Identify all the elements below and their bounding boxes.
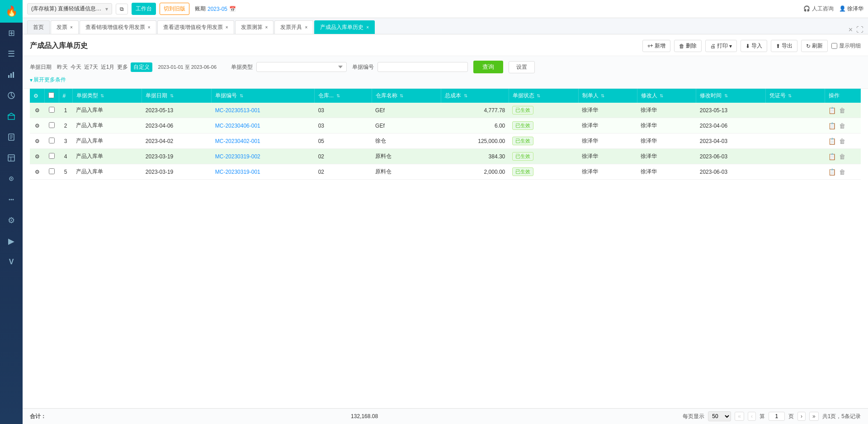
delete-row-icon[interactable]: 🗑 — [839, 122, 845, 129]
sidebar-item-plugin[interactable] — [0, 168, 23, 189]
col-modifier[interactable]: 修改人 ⇅ — [637, 89, 696, 103]
cell-settings[interactable]: ⚙ — [30, 133, 44, 149]
delete-row-icon[interactable]: 🗑 — [839, 138, 845, 145]
refresh-btn[interactable]: ↻ 刷新 — [801, 40, 828, 52]
col-total-cost[interactable]: 总成本 ⇅ — [441, 89, 509, 103]
sidebar-item-misc[interactable] — [0, 189, 23, 210]
col-checkbox[interactable] — [44, 89, 59, 103]
cell-settings[interactable]: ⚙ — [30, 118, 44, 133]
row-checkbox[interactable] — [49, 122, 55, 128]
delete-row-icon[interactable]: 🗑 — [839, 107, 845, 114]
sidebar-item-docs[interactable]: ☰ — [0, 43, 23, 64]
number-link[interactable]: MC-20230402-001 — [215, 138, 260, 144]
col-creator[interactable]: 制单人 ⇅ — [578, 89, 637, 103]
prev-page-btn[interactable]: ‹ — [748, 412, 756, 421]
sidebar-item-task[interactable] — [0, 127, 23, 148]
cell-settings[interactable]: ⚙ — [30, 164, 44, 180]
setting-btn[interactable]: 设置 — [509, 61, 535, 73]
edit-icon[interactable]: 📋 — [828, 168, 836, 176]
sidebar-item-report[interactable] — [0, 64, 23, 85]
col-settings[interactable]: ⚙ — [30, 89, 44, 103]
delete-row-icon[interactable]: 🗑 — [839, 153, 845, 160]
row-checkbox[interactable] — [49, 107, 55, 113]
next-page-btn[interactable]: › — [797, 412, 806, 421]
company-selector[interactable]: (库存核算) 直播轻绒通信息技术股份... ▾ — [27, 3, 112, 14]
custom-link[interactable]: 自定义 — [131, 62, 152, 72]
cell-number[interactable]: MC-20230513-001 — [212, 103, 315, 118]
tab-open-invoice[interactable]: 发票开具 × — [274, 20, 313, 34]
tab-product-history[interactable]: 产成品入库单历史 × — [314, 20, 375, 34]
sidebar-item-template[interactable] — [0, 148, 23, 168]
col-number[interactable]: 单据编号 ⇅ — [212, 89, 315, 103]
page-input[interactable] — [769, 412, 785, 421]
tab-calc[interactable]: 发票测算 × — [235, 20, 274, 34]
col-status[interactable]: 单据状态 ⇅ — [509, 89, 578, 103]
cell-number[interactable]: MC-20230402-001 — [212, 133, 315, 149]
row-checkbox[interactable] — [49, 138, 55, 143]
delete-row-icon[interactable]: 🗑 — [839, 168, 845, 176]
edit-icon[interactable]: 📋 — [828, 107, 836, 114]
cell-checkbox[interactable] — [44, 103, 59, 118]
number-link[interactable]: MC-20230406-001 — [215, 123, 260, 129]
import-btn[interactable]: ⬇ 导入 — [741, 40, 767, 52]
delete-btn[interactable]: 🗑 删除 — [674, 40, 702, 52]
copy-btn[interactable]: ⧉ — [116, 4, 128, 14]
close-icon[interactable]: × — [366, 25, 369, 30]
cell-number[interactable]: MC-20230319-001 — [212, 164, 315, 180]
edit-icon[interactable]: 📋 — [828, 122, 836, 129]
sidebar-item-home[interactable]: ⊞ — [0, 23, 23, 43]
edit-icon[interactable]: 📋 — [828, 138, 836, 145]
close-icon[interactable]: × — [265, 25, 268, 30]
col-warehouse-name[interactable]: 仓库名称 ⇅ — [372, 89, 441, 103]
tab-invoice[interactable]: 发票 × — [51, 20, 79, 34]
export-btn[interactable]: ⬆ 导出 — [771, 40, 797, 52]
cell-settings[interactable]: ⚙ — [30, 149, 44, 164]
cell-number[interactable]: MC-20230319-002 — [212, 149, 315, 164]
close-icon[interactable]: × — [148, 25, 151, 30]
edit-icon[interactable]: 📋 — [828, 153, 836, 160]
yesterday-link[interactable]: 昨天 — [57, 63, 68, 71]
type-filter-select[interactable] — [256, 62, 347, 72]
workspace-btn[interactable]: 工作台 — [132, 3, 156, 15]
row-checkbox[interactable] — [49, 153, 55, 159]
cell-checkbox[interactable] — [44, 164, 59, 180]
tab-sales-vat[interactable]: 查看销项增值税专用发票 × — [80, 20, 156, 34]
col-warehouse-code[interactable]: 仓库... ⇅ — [315, 89, 372, 103]
cell-number[interactable]: MC-20230406-001 — [212, 118, 315, 133]
switch-btn[interactable]: 切到旧版 — [160, 3, 189, 15]
col-date[interactable]: 单据日期 ⇅ — [142, 89, 212, 103]
close-icon[interactable]: × — [70, 25, 73, 30]
sidebar-item-v[interactable]: V — [0, 252, 23, 272]
cell-checkbox[interactable] — [44, 118, 59, 133]
select-all-checkbox[interactable] — [48, 92, 54, 98]
col-type[interactable]: 单据类型 ⇅ — [72, 89, 142, 103]
today-link[interactable]: 今天 — [71, 63, 81, 71]
show-detail-checkbox-label[interactable]: 显示明细 — [831, 42, 861, 50]
cell-settings[interactable]: ⚙ — [30, 103, 44, 118]
per-page-select[interactable]: 50 100 — [708, 411, 731, 421]
tab-home[interactable]: 首页 — [27, 20, 50, 34]
number-link[interactable]: MC-20230513-001 — [215, 107, 260, 114]
col-modify-time[interactable]: 修改时间 ⇅ — [696, 89, 766, 103]
first-page-btn[interactable]: « — [735, 412, 744, 421]
tab-purchase-vat[interactable]: 查看进项增值税专用发票 × — [157, 20, 234, 34]
fullscreen-icon[interactable]: ⛶ — [856, 26, 863, 34]
sidebar-item-play[interactable]: ▶ — [0, 231, 23, 252]
print-btn[interactable]: 🖨 打印 ▾ — [705, 40, 737, 52]
row-checkbox[interactable] — [49, 168, 55, 174]
user-avatar[interactable]: 👤 徐泽华 — [839, 5, 863, 13]
close-all-icon[interactable]: × — [849, 26, 853, 34]
close-icon[interactable]: × — [305, 25, 307, 30]
query-btn[interactable]: 查询 — [473, 61, 503, 73]
user-service[interactable]: 🎧 人工咨询 — [803, 5, 833, 13]
col-voucher[interactable]: 凭证号 ⇅ — [766, 89, 825, 103]
calendar-icon[interactable]: 📅 — [229, 6, 236, 12]
last-page-btn[interactable]: » — [809, 412, 819, 421]
more-link[interactable]: 更多 — [117, 63, 128, 71]
number-filter-input[interactable] — [377, 62, 468, 72]
cell-checkbox[interactable] — [44, 133, 59, 149]
number-link[interactable]: MC-20230319-002 — [215, 153, 260, 160]
expand-more-btn[interactable]: ▾ 展开更多条件 — [30, 76, 861, 84]
show-detail-checkbox[interactable] — [831, 43, 837, 49]
last1month-link[interactable]: 近1月 — [101, 63, 115, 71]
